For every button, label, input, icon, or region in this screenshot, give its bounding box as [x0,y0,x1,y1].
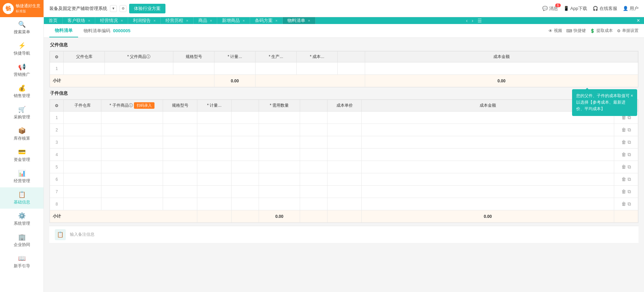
child-row-2-warehouse[interactable] [64,124,101,136]
child-row-6-unit-cost[interactable] [327,173,362,186]
child-row-8-unit-cost[interactable] [327,198,362,210]
child-row-3-unit-cost[interactable] [327,136,362,149]
tab-operations-status-close[interactable]: × [121,19,123,23]
child-row-2-unit-cost[interactable] [327,124,362,136]
copy-icon-7[interactable]: ⧉ [628,189,631,195]
tab-new-product-close[interactable]: × [243,19,245,23]
delete-icon-3[interactable]: 🗑 [621,139,626,145]
tab-profit-close[interactable]: × [153,19,156,23]
delete-icon-7[interactable]: 🗑 [621,189,626,195]
child-row-2-unit[interactable] [197,124,232,136]
tab-customer-close[interactable]: × [88,19,90,23]
child-row-6-product[interactable] [101,173,163,186]
sidebar-item-search[interactable]: 🔍 搜索菜单 [0,17,44,38]
child-row-3-spec[interactable] [163,136,197,149]
child-row-1-unit-cost[interactable] [327,112,362,124]
cost-action[interactable]: 💲 提取成本 [590,28,613,34]
tab-products[interactable]: 商品 × [194,17,217,24]
expand-button[interactable]: ▼ [110,5,117,12]
child-row-3-unit[interactable] [197,136,232,149]
sidebar-item-purchase[interactable]: 🛒 采购管理 [0,102,44,124]
tab-history-close[interactable]: × [186,19,188,23]
tab-history[interactable]: 经营历程 × [161,17,193,24]
sidebar-item-quick-nav[interactable]: ⚡ 快捷导航 [0,38,44,60]
child-row-1-warehouse[interactable] [64,112,101,124]
tab-operations-status[interactable]: 经营情况 × [95,17,128,24]
scan-button[interactable]: 扫码录入 [134,102,154,109]
copy-icon-5[interactable]: ⧉ [628,164,631,170]
child-row-4-spec[interactable] [163,149,197,161]
parent-row-1-unit[interactable] [214,62,256,75]
child-row-6-quantity[interactable] [259,173,300,186]
parent-row-1-warehouse[interactable] [64,62,105,75]
child-row-2-quantity[interactable] [259,124,300,136]
child-row-4-unit-cost[interactable] [327,149,362,161]
user-button[interactable]: 👤 用户 [623,5,639,12]
child-row-4-unit[interactable] [197,149,232,161]
sidebar-item-enterprise[interactable]: 🏢 企业协同 [0,230,44,251]
tab-customer[interactable]: 客户联络 × [63,17,95,24]
child-row-6-warehouse[interactable] [64,173,101,186]
sidebar-item-system[interactable]: ⚙️ 系统管理 [0,209,44,230]
close-tab-button[interactable]: × [633,17,644,24]
tab-products-close[interactable]: × [210,19,212,23]
child-row-7-product[interactable] [101,186,163,198]
child-row-4-quantity[interactable] [259,149,300,161]
nav-prev-btn[interactable]: ‹ [465,17,469,24]
notes-icon[interactable]: 📋 [55,229,66,240]
child-row-8-warehouse[interactable] [64,198,101,210]
settings-button[interactable]: ⚙ [120,5,126,12]
child-row-5-warehouse[interactable] [64,161,101,173]
settings-action[interactable]: ⚙ 单据设置 [617,28,639,34]
child-row-5-quantity[interactable] [259,161,300,173]
child-row-2-product[interactable] [101,124,163,136]
parent-row-1-production[interactable] [256,62,297,75]
parent-row-1-spec[interactable] [173,62,214,75]
sidebar-item-operations[interactable]: 📊 经营管理 [0,166,44,187]
tab-barcode-close[interactable]: × [275,19,277,23]
tab-bom-close[interactable]: × [308,19,310,23]
copy-icon-2[interactable]: ⧉ [628,127,631,133]
child-row-7-spec[interactable] [163,186,197,198]
sidebar-item-basic-info[interactable]: 📋 基础信息 [0,187,44,209]
copy-icon-3[interactable]: ⧉ [628,139,631,145]
tab-bom[interactable]: 物料清单 × [283,17,315,24]
child-row-7-unit-cost[interactable] [327,186,362,198]
child-row-8-unit[interactable] [197,198,232,210]
child-row-8-spec[interactable] [163,198,197,210]
delete-icon-5[interactable]: 🗑 [621,164,626,170]
delete-icon-6[interactable]: 🗑 [621,176,626,182]
sidebar-item-sales[interactable]: 💰 销售管理 [0,81,44,102]
nav-next-btn[interactable]: › [470,17,475,24]
experience-button[interactable]: 体验行业方案 [129,4,165,13]
nav-menu-btn[interactable]: ☰ [476,17,483,24]
child-row-3-warehouse[interactable] [64,136,101,149]
child-row-3-product[interactable] [101,136,163,149]
child-row-1-quantity[interactable] [259,112,300,124]
child-row-4-warehouse[interactable] [64,149,101,161]
child-row-5-product[interactable] [101,161,163,173]
delete-icon-8[interactable]: 🗑 [621,201,626,207]
child-row-1-product[interactable] [101,112,163,124]
sub-tab-bom-list[interactable]: 物料清单 [49,24,78,37]
parent-row-1-product[interactable] [105,62,173,75]
tooltip-close-button[interactable]: × [631,93,633,99]
child-row-1-unit[interactable] [197,112,232,124]
delete-icon-2[interactable]: 🗑 [621,127,626,133]
message-button[interactable]: 💬 6 消息 [542,5,558,12]
sidebar-item-marketing[interactable]: 📢 营销推广 [0,60,44,81]
parent-row-1-cost[interactable] [297,62,338,75]
child-row-8-quantity[interactable] [259,198,300,210]
copy-icon-6[interactable]: ⧉ [628,176,631,182]
child-row-7-unit[interactable] [197,186,232,198]
app-download-button[interactable]: 📱 App下载 [564,5,587,12]
child-row-7-warehouse[interactable] [64,186,101,198]
child-row-7-quantity[interactable] [259,186,300,198]
child-row-2-spec[interactable] [163,124,197,136]
shortcut-action[interactable]: ⌨ 快捷键 [566,28,586,34]
copy-icon-4[interactable]: ⧉ [628,152,631,157]
copy-icon-8[interactable]: ⧉ [628,201,631,207]
child-row-5-unit-cost[interactable] [327,161,362,173]
sidebar-item-finance[interactable]: 💳 资金管理 [0,145,44,166]
sidebar-item-guide[interactable]: 📖 新手引导 [0,251,44,272]
